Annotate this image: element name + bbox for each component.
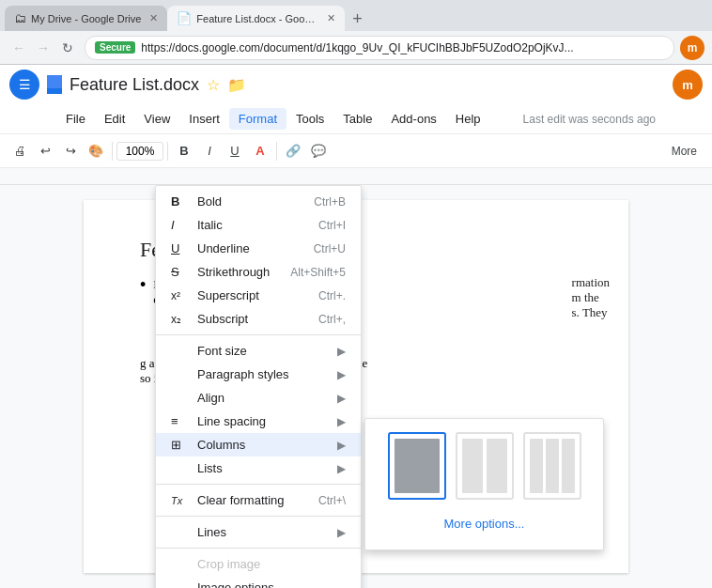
doc-tab-close[interactable]: ✕ xyxy=(327,12,335,24)
menu-view[interactable]: View xyxy=(134,108,179,130)
format-crop-image[interactable]: Crop image xyxy=(156,552,361,576)
col-2-stripe-2 xyxy=(487,439,507,493)
toolbar-separator-1 xyxy=(112,142,113,161)
super-fi-label: Superscript xyxy=(197,288,311,302)
divider-2 xyxy=(156,484,361,485)
format-align[interactable]: Align ▶ xyxy=(156,386,361,410)
comment-btn[interactable]: 💬 xyxy=(306,139,331,163)
hamburger-btn[interactable]: ☰ xyxy=(9,70,39,100)
doc-text-they: s. They xyxy=(572,305,610,320)
format-clear[interactable]: Tx Clear formatting Ctrl+\ xyxy=(156,488,361,512)
fontsize-fi-label: Font size xyxy=(197,344,330,358)
menu-format[interactable]: Format xyxy=(229,108,286,130)
last-edit-label: Last edit was seconds ago xyxy=(523,113,656,126)
underline-fi-label: Underline xyxy=(197,241,306,255)
strike-fi-icon: S xyxy=(171,265,190,279)
format-strikethrough[interactable]: S Strikethrough Alt+Shift+5 xyxy=(156,260,361,284)
menu-insert[interactable]: Insert xyxy=(179,108,229,130)
para-fi-arrow: ▶ xyxy=(337,368,346,381)
format-lines[interactable]: Lines ▶ xyxy=(156,520,361,544)
ruler xyxy=(0,168,712,185)
format-image-options[interactable]: Image options... xyxy=(156,576,361,588)
paint-format-btn[interactable]: 🎨 xyxy=(84,139,108,163)
format-lists[interactable]: Lists ▶ xyxy=(156,456,361,480)
crop-fi-label: Crop image xyxy=(197,557,346,571)
bold-btn[interactable]: B xyxy=(172,139,196,163)
more-toolbar-btn[interactable]: More xyxy=(664,142,704,161)
bold-fi-label: Bold xyxy=(197,194,306,209)
col-3-option[interactable] xyxy=(523,432,581,500)
align-fi-label: Align xyxy=(197,391,330,405)
docs-app: ☰ Feature List.docx ☆ 📁 m File Edit View… xyxy=(0,65,712,588)
new-tab-btn[interactable]: + xyxy=(345,9,370,29)
doc-text-from: m the xyxy=(572,290,610,305)
user-avatar[interactable]: m xyxy=(673,70,703,100)
gdrive-tab-close[interactable]: ✕ xyxy=(149,12,158,24)
sub-fi-label: Subscript xyxy=(197,312,311,326)
format-menu: B Bold Ctrl+B I Italic Ctrl+I U Underlin… xyxy=(155,185,362,588)
font-color-btn[interactable]: A xyxy=(248,139,272,163)
fontsize-fi-arrow: ▶ xyxy=(337,345,346,358)
lines-fi-label: Lines xyxy=(197,525,330,539)
format-paragraph-styles[interactable]: Paragraph styles ▶ xyxy=(156,363,361,386)
print-btn[interactable]: 🖨 xyxy=(8,139,32,163)
linespacing-fi-label: Line spacing xyxy=(197,414,330,428)
lists-fi-arrow: ▶ xyxy=(337,462,346,475)
undo-btn[interactable]: ↩ xyxy=(33,139,57,163)
folder-icon[interactable]: 📁 xyxy=(227,76,246,94)
menu-addons[interactable]: Add-ons xyxy=(381,108,445,130)
linespacing-fi-icon: ≡ xyxy=(171,414,190,428)
menu-edit[interactable]: Edit xyxy=(95,108,134,130)
format-line-spacing[interactable]: ≡ Line spacing ▶ xyxy=(156,410,361,433)
columns-submenu: More options... xyxy=(364,418,604,550)
redo-btn[interactable]: ↪ xyxy=(58,139,83,163)
format-subscript[interactable]: x₂ Subscript Ctrl+, xyxy=(156,307,361,331)
underline-btn[interactable]: U xyxy=(223,139,247,163)
menu-tools[interactable]: Tools xyxy=(286,108,333,130)
divider-1 xyxy=(156,334,361,335)
italic-btn[interactable]: I xyxy=(197,139,222,163)
menu-help[interactable]: Help xyxy=(446,108,490,130)
refresh-btn[interactable]: ↻ xyxy=(56,37,79,59)
format-superscript[interactable]: x² Superscript Ctrl+. xyxy=(156,284,361,307)
doc-tab-label: Feature List.docx - Google... xyxy=(196,13,318,24)
col-1-option[interactable] xyxy=(388,432,446,500)
tab-gdrive[interactable]: 🗂 My Drive - Google Drive ✕ xyxy=(5,6,167,31)
zoom-input[interactable]: 100% xyxy=(116,142,163,161)
url-text: https://docs.google.com/document/d/1kqgo… xyxy=(141,41,664,54)
more-options-btn[interactable]: More options... xyxy=(379,511,590,536)
back-btn[interactable]: ← xyxy=(8,37,30,59)
clear-fi-icon: Tx xyxy=(171,495,190,506)
forward-btn[interactable]: → xyxy=(32,37,54,59)
format-italic[interactable]: I Italic Ctrl+I xyxy=(156,213,361,237)
super-fi-icon: x² xyxy=(171,289,190,302)
link-btn[interactable]: 🔗 xyxy=(281,139,305,163)
toolbar: 🖨 ↩ ↪ 🎨 100% B I U A 🔗 💬 More xyxy=(0,134,712,168)
tab-doc[interactable]: 📄 Feature List.docx - Google... ✕ xyxy=(167,6,345,31)
format-columns[interactable]: ⊞ Columns ▶ xyxy=(156,433,361,456)
profile-avatar[interactable]: m xyxy=(680,36,704,60)
super-shortcut: Ctrl+. xyxy=(318,289,346,302)
lines-fi-arrow: ▶ xyxy=(337,526,346,539)
gdrive-favicon: 🗂 xyxy=(14,11,26,25)
doc-text-rmation: rmation xyxy=(572,275,610,290)
secure-badge: Secure xyxy=(95,41,135,54)
menu-file[interactable]: File xyxy=(56,108,95,130)
format-font-size[interactable]: Font size ▶ xyxy=(156,339,361,363)
strike-shortcut: Alt+Shift+5 xyxy=(290,266,346,279)
format-bold[interactable]: B Bold Ctrl+B xyxy=(156,190,361,213)
tab-bar: 🗂 My Drive - Google Drive ✕ 📄 Feature Li… xyxy=(0,0,712,31)
sub-fi-icon: x₂ xyxy=(171,313,190,326)
col-3-stripe-1 xyxy=(530,439,543,493)
toolbar-separator-3 xyxy=(276,142,277,161)
columns-fi-label: Columns xyxy=(197,438,330,452)
url-bar[interactable]: Secure https://docs.google.com/document/… xyxy=(85,36,674,60)
col-3-stripe-2 xyxy=(546,439,559,493)
star-icon[interactable]: ☆ xyxy=(207,76,220,94)
menu-table[interactable]: Table xyxy=(333,108,381,130)
bold-shortcut: Ctrl+B xyxy=(314,195,346,209)
col-2-option[interactable] xyxy=(456,432,514,500)
doc-title[interactable]: Feature List.docx xyxy=(70,75,199,95)
sub-shortcut: Ctrl+, xyxy=(318,313,346,326)
format-underline[interactable]: U Underline Ctrl+U xyxy=(156,237,361,260)
